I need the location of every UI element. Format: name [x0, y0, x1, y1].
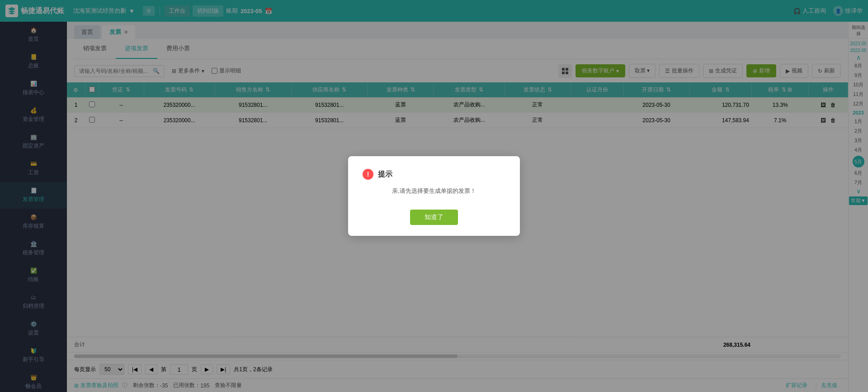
modal-dialog: ! 提示 亲,请先选择要生成单据的发票！ 知道了: [348, 156, 520, 236]
warning-icon: !: [363, 169, 373, 180]
modal-title-row: ! 提示: [363, 169, 392, 180]
modal-overlay: ! 提示 亲,请先选择要生成单据的发票！ 知道了: [0, 0, 868, 392]
modal-ok-btn[interactable]: 知道了: [410, 210, 458, 225]
modal-footer: 知道了: [348, 204, 520, 236]
modal-message: 亲,请先选择要生成单据的发票！: [387, 187, 481, 195]
modal-body: ! 提示 亲,请先选择要生成单据的发票！: [348, 156, 520, 204]
modal-title: 提示: [378, 170, 392, 179]
